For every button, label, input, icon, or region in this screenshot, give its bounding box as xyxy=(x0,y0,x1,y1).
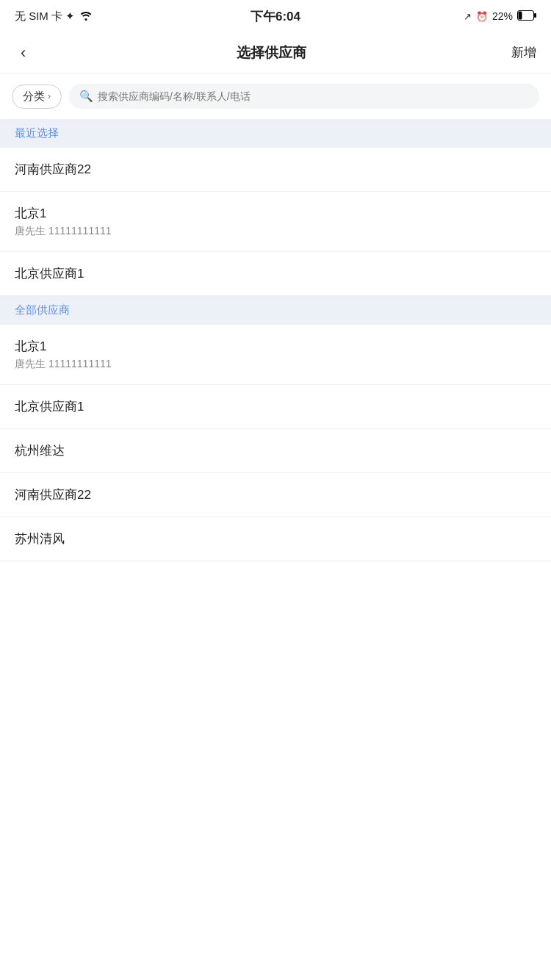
location-icon: ↗ xyxy=(464,11,472,22)
list-item[interactable]: 北京供应商1 xyxy=(0,385,551,429)
list-item[interactable]: 河南供应商22 xyxy=(0,148,551,192)
item-name: 北京供应商1 xyxy=(15,265,536,282)
all-label: 全部供应商 xyxy=(15,303,70,316)
status-time: 下午6:04 xyxy=(251,8,300,25)
svg-rect-2 xyxy=(519,11,522,19)
item-name: 苏州清风 xyxy=(15,530,536,547)
item-sub: 唐先生 11111111111 xyxy=(15,358,536,371)
chevron-right-icon: › xyxy=(48,91,51,101)
recent-list: 河南供应商22北京1唐先生 11111111111北京供应商1 xyxy=(0,148,551,296)
battery-percent: 22% xyxy=(492,10,513,22)
recent-section-header: 最近选择 xyxy=(0,119,551,148)
search-bar: 分类 › 🔍 xyxy=(0,73,551,119)
list-item[interactable]: 苏州清风 xyxy=(0,517,551,561)
add-button[interactable]: 新增 xyxy=(511,44,536,61)
list-item[interactable]: 杭州维达 xyxy=(0,429,551,473)
sim-status: 无 SIM 卡 ✦ xyxy=(15,10,75,24)
search-icon: 🔍 xyxy=(79,90,93,103)
page-title: 选择供应商 xyxy=(237,43,306,62)
battery-icon xyxy=(517,10,536,23)
search-input[interactable] xyxy=(98,90,529,102)
svg-rect-1 xyxy=(534,13,536,18)
list-item[interactable]: 北京1唐先生 11111111111 xyxy=(0,325,551,385)
list-item[interactable]: 北京供应商1 xyxy=(0,252,551,296)
alarm-icon: ⏰ xyxy=(476,11,488,22)
category-label: 分类 xyxy=(23,90,45,104)
back-button[interactable]: ‹ xyxy=(15,37,32,68)
category-button[interactable]: 分类 › xyxy=(12,84,62,109)
item-name: 北京供应商1 xyxy=(15,398,536,415)
list-item[interactable]: 河南供应商22 xyxy=(0,473,551,517)
recent-label: 最近选择 xyxy=(15,126,59,139)
nav-bar: ‹ 选择供应商 新增 xyxy=(0,32,551,73)
status-right: ↗ ⏰ 22% xyxy=(464,10,536,23)
search-input-wrapper[interactable]: 🔍 xyxy=(69,84,539,109)
wifi-icon xyxy=(79,10,93,23)
item-name: 河南供应商22 xyxy=(15,161,536,178)
item-sub: 唐先生 11111111111 xyxy=(15,225,536,238)
item-name: 杭州维达 xyxy=(15,442,536,459)
status-left: 无 SIM 卡 ✦ xyxy=(15,10,93,24)
item-name: 北京1 xyxy=(15,205,536,222)
status-bar: 无 SIM 卡 ✦ 下午6:04 ↗ ⏰ 22% xyxy=(0,0,551,32)
all-section-header: 全部供应商 xyxy=(0,296,551,325)
all-list: 北京1唐先生 11111111111北京供应商1杭州维达河南供应商22苏州清风 xyxy=(0,325,551,561)
item-name: 河南供应商22 xyxy=(15,486,536,503)
item-name: 北京1 xyxy=(15,338,536,355)
list-item[interactable]: 北京1唐先生 11111111111 xyxy=(0,192,551,252)
